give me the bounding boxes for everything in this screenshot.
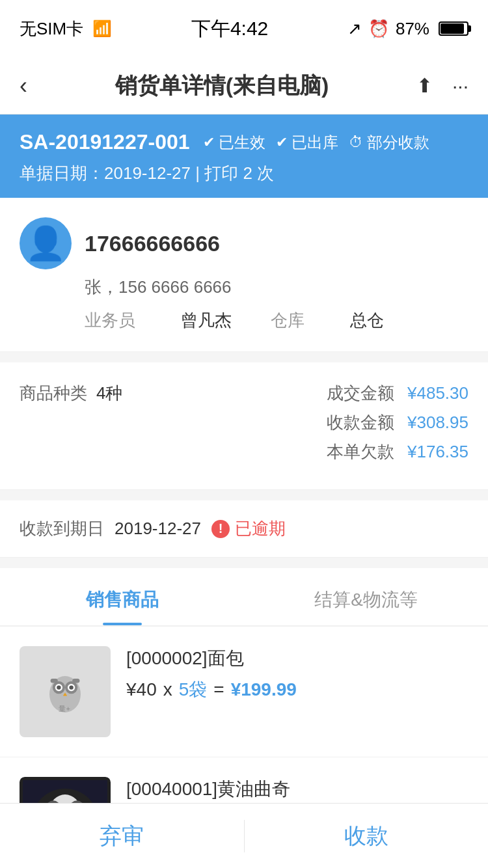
payment-label: 收款金额 <box>327 411 394 434</box>
order-id: SA-20191227-001 <box>20 130 190 154</box>
product-price-row-1: ¥40 x 5袋 = ¥199.99 <box>126 677 468 702</box>
status-right: ↗ ⏰ 87% <box>347 19 468 39</box>
status-badge-shipped: ✔ 已出库 <box>276 132 338 153</box>
deal-amount-item: 成交金额 ¥485.30 <box>327 382 468 405</box>
due-date-value: 2019-12-27 <box>115 519 201 539</box>
product-types-item: 商品种类 4种 <box>20 382 122 405</box>
status-partial-label: 部分收款 <box>367 132 429 153</box>
customer-phone: 17666666666 <box>85 231 220 256</box>
share-icon[interactable]: ⬆ <box>416 74 433 97</box>
svg-rect-9 <box>72 679 79 683</box>
more-icon[interactable]: ··· <box>452 75 468 97</box>
price-total-1: ¥199.99 <box>231 679 297 700</box>
status-badges: ✔ 已生效 ✔ 已出库 ⏱ 部分收款 <box>203 132 429 153</box>
header-band-top: SA-20191227-001 ✔ 已生效 ✔ 已出库 ⏱ 部分收款 <box>20 130 468 154</box>
page-title: 销货单详情(来自电脑) <box>115 71 329 101</box>
product-item-1: 量+ [0000002]面包 ¥40 x 5袋 = ¥199.99 <box>0 627 488 757</box>
status-bar: 无SIM卡 📶 下午4:42 ↗ ⏰ 87% <box>0 0 488 57</box>
overdue-badge: ! 已逾期 <box>211 517 286 540</box>
customer-section: 👤 17666666666 张，156 6666 6666 业务员 曾凡杰 仓库… <box>0 198 488 352</box>
payment-value: ¥308.95 <box>407 413 468 433</box>
cancel-review-label: 弃审 <box>100 821 144 851</box>
battery-bar <box>439 21 468 36</box>
svg-rect-8 <box>51 679 58 683</box>
price-qty-1: 5袋 <box>179 677 208 702</box>
payment-item: 收款金额 ¥308.95 <box>327 411 468 434</box>
stats-left: 商品种类 4种 <box>20 382 122 411</box>
header-band-bottom: 单据日期：2019-12-27 | 打印 2 次 <box>20 162 468 185</box>
warehouse-value: 总仓 <box>350 309 384 332</box>
due-section: 收款到期日 2019-12-27 ! 已逾期 <box>0 500 488 558</box>
collect-payment-button[interactable]: 收款 <box>245 804 489 868</box>
tab-products-label: 销售商品 <box>86 590 159 610</box>
salesperson-label: 业务员 <box>85 309 135 332</box>
nav-bar: ‹ 销货单详情(来自电脑) ⬆ ··· <box>0 57 488 115</box>
svg-text:量+: 量+ <box>59 705 70 712</box>
status-left: 无SIM卡 📶 <box>20 18 112 40</box>
clock-icon: ⏱ <box>349 134 363 151</box>
tabs-section: 销售商品 结算&物流等 <box>0 568 488 627</box>
svg-point-6 <box>69 685 73 689</box>
person-icon: 👤 <box>25 224 66 262</box>
product-types-value: 4种 <box>96 382 122 405</box>
avatar: 👤 <box>20 217 72 269</box>
owl-icon: 量+ <box>39 666 91 718</box>
back-button[interactable]: ‹ <box>20 72 27 100</box>
product-name-2: [00040001]黄油曲奇 <box>126 777 468 802</box>
product-thumb-1: 量+ <box>20 646 111 737</box>
tabs-row: 销售商品 结算&物流等 <box>0 568 488 625</box>
price-sep-eq-1: = <box>213 679 224 700</box>
checkmark-icon-1: ✔ <box>203 134 215 151</box>
product-types-label: 商品种类 <box>20 382 87 405</box>
customer-row: 👤 17666666666 <box>20 217 468 269</box>
product-info-1: [0000002]面包 ¥40 x 5袋 = ¥199.99 <box>126 646 468 702</box>
price-base-1: ¥40 <box>126 679 157 700</box>
tab-settlement[interactable]: 结算&物流等 <box>244 568 488 625</box>
wifi-icon: 📶 <box>92 20 112 38</box>
status-time: 下午4:42 <box>191 16 268 42</box>
header-band: SA-20191227-001 ✔ 已生效 ✔ 已出库 ⏱ 部分收款 单据日期：… <box>0 115 488 198</box>
debt-value: ¥176.35 <box>407 442 468 462</box>
location-icon: ↗ <box>347 19 362 39</box>
overdue-dot-icon: ! <box>211 520 230 538</box>
checkmark-icon-2: ✔ <box>276 134 288 151</box>
warehouse-label: 仓库 <box>271 309 305 332</box>
price-sep-x-1: x <box>163 679 172 700</box>
product-thumb-owl: 量+ <box>20 646 111 737</box>
tab-settlement-label: 结算&物流等 <box>314 590 418 610</box>
alarm-icon: ⏰ <box>368 19 389 39</box>
deal-amount-label: 成交金额 <box>327 382 394 405</box>
deal-amount-value: ¥485.30 <box>407 383 468 403</box>
customer-info-row: 业务员 曾凡杰 仓库 总仓 <box>85 309 468 332</box>
battery-fill <box>441 23 464 34</box>
due-label: 收款到期日 <box>20 517 104 540</box>
status-badge-partial: ⏱ 部分收款 <box>349 132 429 153</box>
stats-section: 商品种类 4种 成交金额 ¥485.30 收款金额 ¥308.95 本单欠款 ¥… <box>0 362 488 490</box>
customer-sub-info: 张，156 6666 6666 <box>85 276 468 299</box>
nav-actions: ⬆ ··· <box>416 74 468 97</box>
salesperson-value: 曾凡杰 <box>181 309 232 332</box>
carrier-text: 无SIM卡 <box>20 18 83 40</box>
status-shipped-label: 已出库 <box>291 132 338 153</box>
print-info: | 打印 2 次 <box>195 163 274 183</box>
cancel-review-button[interactable]: 弃审 <box>0 804 244 868</box>
collect-payment-label: 收款 <box>344 821 388 851</box>
battery-percent: 87% <box>396 19 429 39</box>
stats-row: 商品种类 4种 成交金额 ¥485.30 收款金额 ¥308.95 本单欠款 ¥… <box>20 382 468 470</box>
order-date: 单据日期：2019-12-27 <box>20 163 191 183</box>
overdue-text: 已逾期 <box>235 517 286 540</box>
stats-right: 成交金额 ¥485.30 收款金额 ¥308.95 本单欠款 ¥176.35 <box>327 382 468 470</box>
debt-item: 本单欠款 ¥176.35 <box>327 441 468 463</box>
status-active-label: 已生效 <box>219 132 265 153</box>
status-badge-active: ✔ 已生效 <box>203 132 265 153</box>
tab-products[interactable]: 销售商品 <box>0 568 244 625</box>
svg-point-5 <box>57 685 61 689</box>
debt-label: 本单欠款 <box>327 441 394 463</box>
product-name-1: [0000002]面包 <box>126 646 468 671</box>
bottom-bar: 弃审 收款 <box>0 803 488 868</box>
